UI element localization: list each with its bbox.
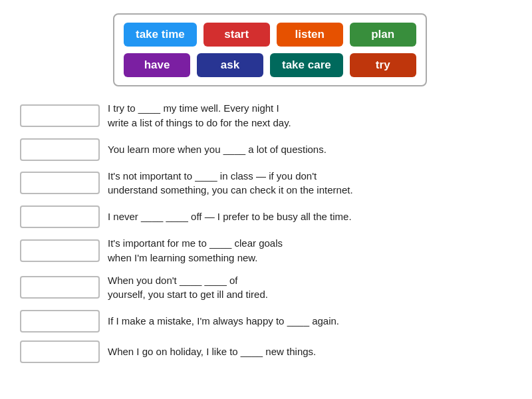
answer-box-5[interactable] [20,239,100,262]
word-bank-row-2: haveasktake caretry [124,53,416,77]
sentence-row-5: It's important for me to ____ clear goal… [20,233,512,268]
main-container: take timestartlistenplan haveasktake car… [0,0,532,379]
word-btn-listen[interactable]: listen [277,23,343,47]
sentence-row-3: It's not important to ____ in class — if… [20,166,512,201]
answer-box-2[interactable] [20,138,100,161]
sentence-text-6: When you don't ____ ____ ofyourself, you… [108,273,268,303]
word-btn-try[interactable]: try [350,53,416,77]
sentence-text-1: I try to ____ my time well. Every night … [108,101,291,130]
answer-box-1[interactable] [20,104,100,127]
word-btn-take-care[interactable]: take care [270,53,343,77]
word-bank-row-1: take timestartlistenplan [124,23,416,47]
answer-box-4[interactable] [20,205,100,228]
word-btn-have[interactable]: have [124,53,190,77]
sentence-row-6: When you don't ____ ____ ofyourself, you… [20,271,512,305]
sentence-text-7: If I make a mistake, I'm always happy to… [108,314,339,329]
word-bank: take timestartlistenplan haveasktake car… [113,13,427,86]
sentence-row-1: I try to ____ my time well. Every night … [20,98,512,133]
sentence-text-4: I never ____ ____ off — I prefer to be b… [108,209,352,224]
sentence-text-8: When I go on holiday, I like to ____ new… [108,344,316,359]
sentence-text-2: You learn more when you ____ a lot of qu… [108,142,327,157]
answer-box-6[interactable] [20,276,100,299]
sentence-row-8: When I go on holiday, I like to ____ new… [20,338,512,366]
word-btn-ask[interactable]: ask [197,53,263,77]
sentence-text-5: It's important for me to ____ clear goal… [108,236,283,265]
word-btn-take-time[interactable]: take time [124,23,197,47]
answer-box-3[interactable] [20,172,100,194]
answer-box-7[interactable] [20,310,100,332]
word-btn-start[interactable]: start [203,23,270,47]
sentence-text-3: It's not important to ____ in class — if… [108,169,353,198]
word-btn-plan[interactable]: plan [350,23,416,47]
answer-box-8[interactable] [20,340,100,363]
sentence-row-2: You learn more when you ____ a lot of qu… [20,136,512,164]
sentences-list: I try to ____ my time well. Every night … [20,98,512,366]
sentence-row-4: I never ____ ____ off — I prefer to be b… [20,203,512,231]
sentence-row-7: If I make a mistake, I'm always happy to… [20,307,512,335]
